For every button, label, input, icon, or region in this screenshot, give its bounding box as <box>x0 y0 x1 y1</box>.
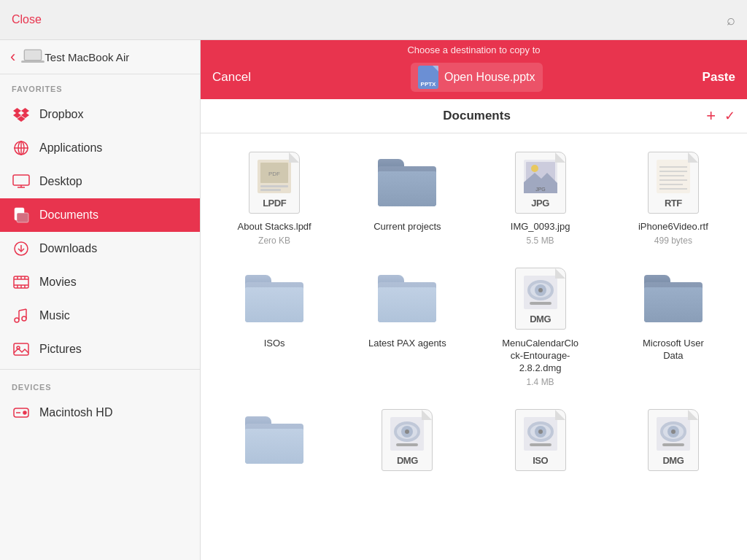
file-size-menucalendar: 1.4 MB <box>527 377 554 387</box>
movies-icon <box>12 273 31 292</box>
svg-rect-1 <box>25 50 41 60</box>
file-item-current-projects[interactable]: Current projects <box>341 141 473 257</box>
sidebar-item-label-documents: Documents <box>39 209 98 222</box>
sidebar-item-documents[interactable]: Documents <box>0 198 200 232</box>
dmg-icon-1: DMG <box>515 268 566 330</box>
favorites-section-header: FAVORITES <box>0 74 200 98</box>
sidebar-item-dropbox[interactable]: Dropbox <box>0 98 200 131</box>
copy-action-row: Cancel PPTX Open House.pptx Paste <box>201 58 747 99</box>
svg-rect-2 <box>21 61 44 63</box>
file-item-latest-pax[interactable]: Latest PAX agents <box>341 257 473 399</box>
sidebar-item-label-downloads: Downloads <box>39 242 97 255</box>
sidebar-item-desktop[interactable]: Desktop <box>0 165 200 198</box>
checkmark-button[interactable]: ✓ <box>724 108 735 124</box>
svg-point-38 <box>23 411 26 414</box>
file-name-iphone6video: iPhone6Video.rtf <box>638 221 708 233</box>
file-name-current-projects: Current projects <box>374 221 441 233</box>
folder-icon-r3 <box>245 416 303 464</box>
sidebar-item-label-dropbox: Dropbox <box>39 108 83 121</box>
rtf-icon: RTF <box>648 152 699 214</box>
sidebar-divider <box>0 369 200 370</box>
sidebar: ‹ Test MacBook Air FAVORITES Dropb <box>0 40 201 560</box>
svg-rect-68 <box>396 443 418 446</box>
sidebar-item-label-applications: Applications <box>39 141 102 155</box>
music-icon <box>12 306 31 325</box>
pictures-icon <box>12 340 31 359</box>
svg-rect-62 <box>530 302 551 305</box>
copy-banner: Choose a destination to copy to Cancel P… <box>201 40 747 99</box>
file-pill: PPTX Open House.pptx <box>411 63 543 92</box>
documents-title: Documents <box>256 109 697 123</box>
svg-text:JPG: JPG <box>535 187 546 192</box>
device-row[interactable]: ‹ Test MacBook Air <box>0 40 200 74</box>
file-item-about-stacks[interactable]: PDF LPDF About Stacks.lpdf Zero KB <box>208 141 341 257</box>
file-grid: PDF LPDF About Stacks.lpdf Zero KB <box>201 133 747 560</box>
file-name-isos: ISOs <box>264 338 285 350</box>
paste-button[interactable]: Paste <box>703 70 735 85</box>
drive-icon <box>12 403 31 422</box>
svg-rect-43 <box>260 185 288 187</box>
file-size-iphone6video: 499 bytes <box>654 236 692 246</box>
sidebar-item-label-macintosh-hd: Macintosh HD <box>39 406 112 419</box>
back-arrow-icon[interactable]: ‹ <box>10 47 15 66</box>
svg-rect-44 <box>260 189 281 191</box>
file-pill-name: Open House.pptx <box>444 71 535 84</box>
documents-icon <box>12 206 31 225</box>
svg-point-31 <box>22 316 26 321</box>
file-name-menucalendar: MenuCalendarClock-Entourage-2.8.2.dmg <box>500 338 581 375</box>
jpg-icon: JPG JPG <box>515 152 566 214</box>
downloads-icon <box>12 239 31 258</box>
file-item-dmg-r3[interactable]: DMG <box>341 399 473 493</box>
laptop-icon <box>21 48 44 66</box>
file-item-folder-r3[interactable] <box>208 399 341 493</box>
close-button[interactable]: Close <box>12 13 42 26</box>
sidebar-item-applications[interactable]: Applications <box>0 131 200 165</box>
file-pill-icon: PPTX <box>418 66 438 89</box>
file-name-microsoft-user: Microsoft User Data <box>633 338 713 362</box>
top-bar: Close ⌕ <box>0 0 747 40</box>
file-item-img-0093[interactable]: JPG JPG IMG_0093.jpg 5.5 MB <box>474 141 607 257</box>
iso-icon: ISO <box>515 409 566 471</box>
file-item-microsoft-user[interactable]: Microsoft User Data <box>607 257 740 399</box>
folder-icon-microsoft-user <box>644 275 703 322</box>
add-folder-button[interactable]: + <box>706 106 716 125</box>
devices-section-header: DEVICES <box>0 373 200 396</box>
sidebar-item-label-pictures: Pictures <box>39 343 82 356</box>
file-item-isos[interactable]: ISOs <box>208 257 341 399</box>
file-name-img-0093: IMG_0093.jpg <box>511 221 570 233</box>
file-size-img-0093: 5.5 MB <box>527 236 554 246</box>
folder-icon-isos <box>245 275 303 322</box>
cancel-button[interactable]: Cancel <box>212 70 251 85</box>
content-area: Choose a destination to copy to Cancel P… <box>201 40 747 560</box>
dmg-icon-3: DMG <box>648 409 699 471</box>
dmg-icon-2: DMG <box>382 409 433 471</box>
file-item-iso-r3[interactable]: ISO <box>474 399 607 493</box>
sidebar-item-music[interactable]: Music <box>0 299 200 332</box>
svg-rect-35 <box>14 343 28 355</box>
svg-rect-17 <box>17 213 28 222</box>
sidebar-item-movies[interactable]: Movies <box>0 265 200 299</box>
copy-destination-text: Choose a destination to copy to <box>201 40 747 58</box>
main-layout: ‹ Test MacBook Air FAVORITES Dropb <box>0 40 747 560</box>
file-item-dmg-r3-2[interactable]: DMG <box>607 399 740 493</box>
desktop-icon <box>12 172 31 191</box>
svg-line-34 <box>19 309 26 311</box>
sidebar-item-pictures[interactable]: Pictures <box>0 332 200 366</box>
documents-header: Documents + ✓ <box>201 99 747 133</box>
lpdf-icon: PDF LPDF <box>249 152 300 214</box>
file-name-about-stacks: About Stacks.lpdf <box>238 221 311 233</box>
svg-point-61 <box>538 288 543 292</box>
device-label: Test MacBook Air <box>44 51 129 63</box>
file-item-menucalendar[interactable]: DMG MenuCalendarClock-Entourage-2.8.2.dm… <box>474 257 607 399</box>
folder-icon-current-projects <box>378 159 436 206</box>
svg-rect-74 <box>530 443 551 446</box>
svg-point-47 <box>531 165 538 172</box>
search-icon[interactable]: ⌕ <box>727 12 735 28</box>
svg-point-73 <box>538 429 543 434</box>
svg-point-79 <box>671 429 676 434</box>
sidebar-item-macintosh-hd[interactable]: Macintosh HD <box>0 396 200 429</box>
sidebar-item-downloads[interactable]: Downloads <box>0 232 200 265</box>
sidebar-item-label-movies: Movies <box>39 276 77 289</box>
file-item-iphone6video[interactable]: RTF iPhone6Video.rtf 499 bytes <box>607 141 740 257</box>
svg-rect-50 <box>657 160 690 193</box>
